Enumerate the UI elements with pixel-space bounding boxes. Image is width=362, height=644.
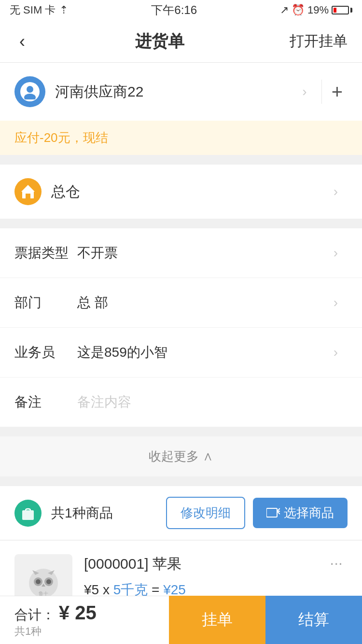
invoice-row[interactable]: 票据类型 不开票 › [0, 228, 362, 278]
total-sub: 共1种 [14, 624, 154, 639]
status-bar-right: ↗ ⏰ 19% [280, 4, 352, 16]
battery-percent: 19% [307, 4, 329, 16]
warehouse-section[interactable]: 总仓 › [0, 165, 362, 219]
supplier-name: 河南供应商22 [55, 82, 302, 102]
svg-rect-6 [266, 508, 277, 517]
supplier-avatar [14, 76, 45, 107]
product-info: [0000001] 苹果 ¥5 x 5千克 = ¥25 [84, 554, 325, 599]
supplier-avatar-icon [20, 82, 40, 101]
select-product-button[interactable]: 选择商品 [253, 498, 348, 528]
product-unit-price: ¥5 [84, 582, 99, 597]
status-bar-left: 无 SIM 卡 ⇡ [10, 3, 68, 17]
status-bar: 无 SIM 卡 ⇡ 下午6:16 ↗ ⏰ 19% [0, 0, 362, 20]
total-row: 合计： ¥ 25 [14, 602, 154, 624]
svg-marker-3 [21, 185, 35, 192]
open-pending-button[interactable]: 打开挂单 [290, 31, 348, 51]
product-count-text: 共1种商品 [51, 504, 166, 522]
product-total: ¥25 [163, 582, 186, 597]
back-button[interactable]: ‹ [14, 27, 30, 56]
notice-bar: 应付-20元，现结 [0, 121, 362, 155]
bottom-bar: 合计： ¥ 25 共1种 挂单 结算 [0, 596, 362, 644]
salesman-chevron-icon: › [334, 345, 338, 360]
home-icon [20, 184, 36, 199]
owl-logo-icon: 鲁十 [27, 566, 60, 600]
select-product-icon [266, 507, 280, 519]
checkout-button[interactable]: 结算 [265, 596, 362, 644]
total-amount: ¥ 25 [59, 602, 97, 623]
product-more-button[interactable]: ··· [325, 554, 348, 572]
supplier-chevron-icon: › [302, 84, 306, 99]
svg-point-1 [24, 94, 36, 99]
warehouse-icon [14, 178, 42, 205]
remarks-row[interactable]: 备注 备注内容 [0, 378, 362, 427]
salesman-value: 这是859的小智 [77, 343, 334, 362]
remarks-input[interactable]: 备注内容 [77, 393, 348, 411]
dept-chevron-icon: › [334, 295, 338, 310]
remarks-label: 备注 [14, 393, 77, 411]
salesman-label: 业务员 [14, 343, 77, 362]
shopping-bag-icon [20, 505, 36, 521]
location-icon: ↗ [280, 4, 289, 16]
invoice-chevron-icon: › [334, 245, 338, 261]
battery-icon [332, 6, 352, 14]
supplier-row[interactable]: 河南供应商22 › + [0, 63, 362, 121]
collapse-bar[interactable]: 收起更多 ∧ [0, 436, 362, 476]
warehouse-chevron-icon: › [334, 184, 338, 199]
product-qty: 5千克 [113, 582, 148, 597]
invoice-value: 不开票 [77, 244, 334, 262]
person-icon [22, 84, 38, 99]
status-bar-time: 下午6:16 [151, 2, 197, 18]
invoice-label: 票据类型 [14, 244, 77, 262]
supplier-section: 河南供应商22 › + 应付-20元，现结 [0, 63, 362, 155]
carrier-text: 无 SIM 卡 [10, 3, 56, 17]
product-code: [0000001] [84, 556, 148, 572]
bottom-total: 合计： ¥ 25 共1种 [0, 596, 169, 644]
alarm-icon: ⏰ [292, 4, 305, 16]
svg-point-0 [27, 86, 33, 93]
form-section: 票据类型 不开票 › 部门 总 部 › 业务员 这是859的小智 › 备注 备注… [0, 228, 362, 427]
dept-row[interactable]: 部门 总 部 › [0, 278, 362, 328]
dept-label: 部门 [14, 294, 77, 312]
product-header: 共1种商品 修改明细 选择商品 [0, 486, 362, 540]
salesman-row[interactable]: 业务员 这是859的小智 › [0, 328, 362, 378]
page-title: 进货单 [135, 30, 184, 53]
nav-bar: ‹ 进货单 打开挂单 [0, 20, 362, 63]
divider [321, 80, 322, 104]
svg-rect-4 [26, 194, 30, 198]
svg-point-14 [46, 579, 51, 584]
warehouse-name: 总仓 [51, 182, 334, 202]
product-name: [0000001] 苹果 [84, 554, 325, 574]
select-product-label: 选择商品 [284, 504, 334, 521]
dept-value: 总 部 [77, 294, 334, 312]
total-label: 合计： [14, 607, 55, 622]
product-title: 苹果 [153, 556, 181, 572]
product-multiply: x [103, 582, 113, 597]
hang-button[interactable]: 挂单 [169, 596, 265, 644]
content: 河南供应商22 › + 应付-20元，现结 总仓 › 票据类型 不开票 › [0, 63, 362, 644]
product-count-icon [14, 500, 42, 527]
product-equals: = [152, 582, 163, 597]
warehouse-row[interactable]: 总仓 › [0, 165, 362, 219]
svg-point-13 [36, 579, 41, 584]
add-button[interactable]: + [327, 81, 348, 103]
edit-detail-button[interactable]: 修改明细 [166, 497, 245, 529]
wifi-icon: ⇡ [59, 4, 68, 16]
svg-rect-5 [22, 510, 34, 520]
